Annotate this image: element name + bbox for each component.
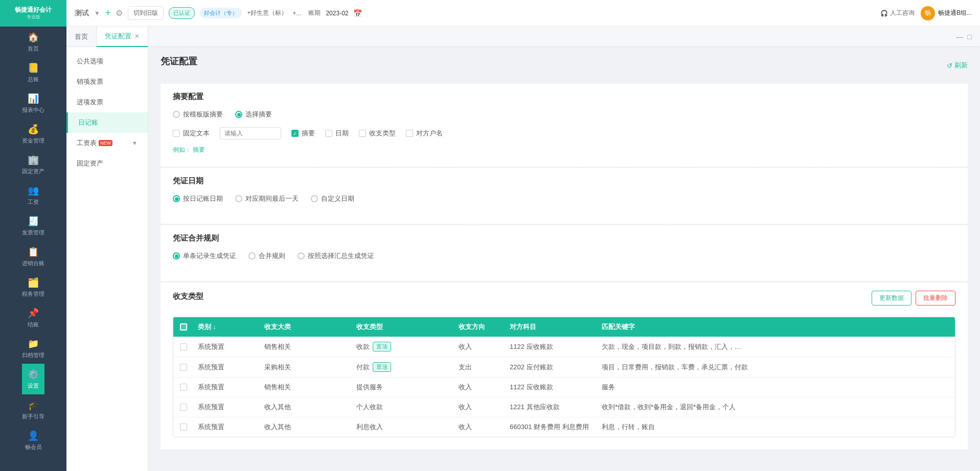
checkbox-date[interactable]: 日期: [325, 129, 349, 138]
sidebar-item-新手引导[interactable]: 🎓 新手引导: [22, 394, 44, 425]
topbar-right: 🎧 人工咨询 畅 畅捷通B组...: [880, 6, 972, 20]
radio-single-record[interactable]: 单条记录生成凭证: [173, 251, 236, 261]
radio-select-summary[interactable]: 选择摘要: [235, 110, 272, 119]
left-nav-item-3[interactable]: 日记账: [66, 112, 148, 133]
sidebar-label-6: 发票管理: [22, 229, 44, 237]
radio-template-summary[interactable]: 按模板版摘要: [173, 110, 223, 119]
period-value: 2023-02: [326, 10, 348, 17]
topbar-gear-icon[interactable]: ⚙: [116, 8, 123, 18]
row-major-1: 采购相关: [260, 358, 352, 377]
row-check-2[interactable]: [173, 379, 194, 396]
tab-home[interactable]: 首页: [66, 27, 97, 47]
update-data-button[interactable]: 更新数据: [872, 291, 911, 305]
radio-custom-date[interactable]: 自定义日期: [311, 194, 354, 203]
income-type-title: 收支类型: [173, 292, 203, 301]
reset-tag-0[interactable]: 置顶: [373, 342, 391, 351]
topbar-add-icon[interactable]: +: [105, 8, 111, 18]
reset-tag-1[interactable]: 置顶: [373, 362, 391, 372]
sidebar-icon-4: 🏢: [28, 154, 39, 166]
sidebar-icon-6: 🧾: [28, 216, 39, 227]
sidebar-item-畅会员[interactable]: 👤 畅会员: [22, 425, 44, 456]
sidebar-label-9: 结账: [28, 321, 39, 328]
topbar: 测试 ▼ + ⚙ 切到旧版 已认证 好会计（专） +好生意（标） +... 账期…: [66, 0, 980, 27]
left-nav-item-1[interactable]: 销项发票: [66, 72, 148, 92]
refresh-button[interactable]: ↺ 刷新: [947, 61, 968, 70]
row-subject-3: 1221 其他应收款: [506, 397, 598, 417]
radio-journal-date[interactable]: 按日记账日期: [173, 194, 223, 203]
radio-single-record-label: 单条记录生成凭证: [183, 251, 236, 261]
sidebar-item-资金管理[interactable]: 💰 资金管理: [22, 119, 44, 149]
th-check[interactable]: [173, 318, 194, 336]
row-check-3[interactable]: [173, 398, 194, 416]
sidebar: 畅捷通好会计 专业版 🏠 首页 📒 总账 📊 报表中心 💰 资金管理 🏢 固定资…: [0, 0, 66, 471]
row-subject-2: 1122 应收账款: [506, 378, 598, 397]
sidebar-item-首页[interactable]: 🏠 首页: [22, 27, 44, 57]
row-category-0: 系统预置: [194, 337, 260, 357]
left-nav-item-2[interactable]: 进项发票: [66, 92, 148, 112]
row-checkbox-2[interactable]: [180, 384, 187, 391]
headset-icon: 🎧: [880, 10, 888, 17]
switch-old-version-button[interactable]: 切到旧版: [128, 6, 164, 20]
sidebar-item-结账[interactable]: 📌 结账: [22, 302, 44, 333]
new-badge-4: NEW: [99, 140, 112, 146]
sidebar-item-报表中心[interactable]: 📊 报表中心: [22, 88, 44, 119]
product-tag2: +好生意（标）: [247, 9, 287, 17]
left-nav-item-0[interactable]: 公共选项: [66, 51, 148, 72]
row-category-4: 系统预置: [194, 417, 260, 437]
row-checkbox-1[interactable]: [180, 364, 187, 371]
checkbox-summary-box: ✓: [291, 130, 299, 137]
batch-delete-button[interactable]: 批量删除: [916, 291, 955, 305]
sidebar-item-总账[interactable]: 📒 总账: [22, 57, 44, 88]
th-major: 收支大类: [260, 317, 352, 337]
summary-content: 摘要配置 按模板版摘要 选择摘要: [161, 84, 968, 167]
row-subject-0: 1122 应收账款: [506, 337, 598, 357]
fixed-text-input[interactable]: [220, 127, 281, 139]
sidebar-item-固定资产[interactable]: 🏢 固定资产: [22, 149, 44, 180]
service-button[interactable]: 🎧 人工咨询: [880, 9, 915, 17]
row-check-0[interactable]: [173, 338, 194, 356]
row-type-1: 付款 置顶: [352, 357, 454, 377]
sidebar-item-进销台账[interactable]: 📋 进销台账: [22, 241, 44, 272]
summary-checkbox-row: 固定文本 ✓ 摘要 日期 收支类型: [173, 127, 955, 139]
tab-bar: 首页 凭证配置 ✕ — □: [66, 27, 980, 47]
row-check-1[interactable]: [173, 359, 194, 376]
row-keyword-3: 收到*借款，收到*备用金，退回*备用金，个人: [598, 397, 955, 417]
table-row: 系统预置 收入其他 个人收款 收入 1221 其他应收款 收到*借款，收到*备用…: [173, 397, 955, 417]
row-checkbox-4[interactable]: [180, 423, 187, 431]
radio-merge-rule[interactable]: 合并规则: [248, 251, 285, 261]
row-check-4[interactable]: [173, 418, 194, 436]
checkbox-fixed-text[interactable]: 固定文本: [173, 129, 210, 138]
sidebar-item-发票管理[interactable]: 🧾 发票管理: [22, 210, 44, 241]
sidebar-item-归档管理[interactable]: 📁 归档管理: [22, 333, 44, 364]
sidebar-label-4: 固定资产: [22, 168, 44, 175]
left-nav-item-4[interactable]: 工资表NEW▼: [66, 133, 148, 153]
row-checkbox-3[interactable]: [180, 404, 187, 411]
radio-period-last-day[interactable]: 对应期间最后一天: [235, 194, 299, 203]
checkbox-counterpart-name[interactable]: 对方户名: [406, 129, 443, 138]
tab-close-icon[interactable]: ✕: [134, 33, 140, 40]
calendar-icon[interactable]: 📅: [353, 9, 362, 17]
user-menu[interactable]: 畅 畅捷通B组...: [921, 6, 972, 20]
table-row: 系统预置 销售相关 提供服务 收入 1122 应收账款 服务: [173, 378, 955, 397]
left-nav-item-5[interactable]: 固定资产: [66, 153, 148, 174]
checkbox-summary[interactable]: ✓ 摘要: [291, 129, 315, 138]
sidebar-item-工资[interactable]: 👥 工资: [22, 180, 44, 210]
row-major-0: 销售相关: [260, 337, 352, 357]
tab-voucher-config[interactable]: 凭证配置 ✕: [97, 27, 148, 47]
row-type-3: 个人收款: [352, 397, 454, 417]
checkbox-income-type[interactable]: 收支类型: [359, 129, 396, 138]
income-type-table: 类别 ↓ 收支大类 收支类型 收支方向 对方科目 匹配关键字 系统预置 销售相关…: [173, 317, 955, 437]
sidebar-label-13: 畅会员: [25, 443, 42, 451]
example-value: 摘要: [193, 146, 205, 153]
page-content: 凭证配置 ↺ 刷新 摘要配置 按模板版摘要: [148, 47, 980, 471]
sidebar-item-税务管理[interactable]: 🗂️ 税务管理: [22, 272, 44, 302]
window-minimize-icon[interactable]: —: [956, 33, 964, 41]
select-all-checkbox[interactable]: [180, 323, 187, 331]
row-category-3: 系统预置: [194, 397, 260, 417]
row-keyword-4: 利息，行转，账自: [598, 417, 955, 437]
window-maximize-icon[interactable]: □: [968, 33, 972, 41]
sidebar-item-设置[interactable]: ⚙️ 设置: [22, 364, 44, 394]
app-logo[interactable]: 畅捷通好会计 专业版: [0, 0, 66, 27]
row-checkbox-0[interactable]: [180, 343, 187, 350]
radio-summary-generate[interactable]: 按照选择汇总生成凭证: [298, 251, 374, 261]
